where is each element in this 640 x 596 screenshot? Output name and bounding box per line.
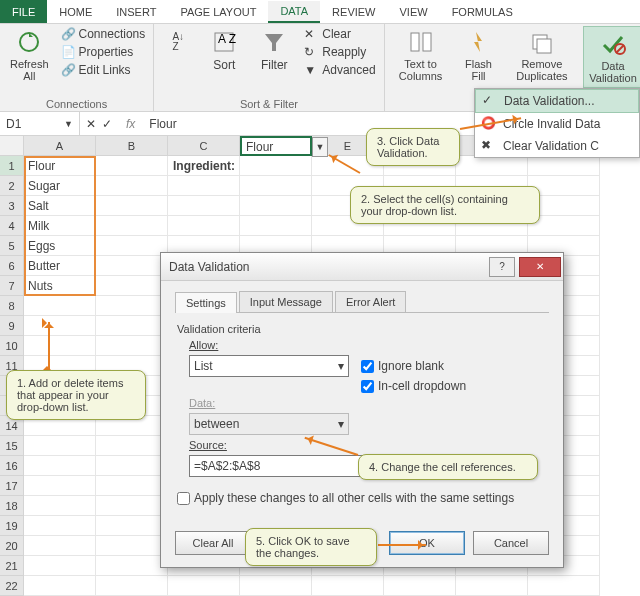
cell[interactable]: [96, 276, 168, 296]
row-header[interactable]: 5: [0, 236, 24, 256]
cell[interactable]: [96, 216, 168, 236]
select-all-corner[interactable]: [0, 136, 24, 155]
remove-duplicates-button[interactable]: Remove Duplicates: [507, 26, 578, 84]
row-header[interactable]: 6: [0, 256, 24, 276]
cell[interactable]: [96, 296, 168, 316]
cell[interactable]: [312, 576, 384, 596]
cell[interactable]: Flour: [24, 156, 96, 176]
row-header[interactable]: 4: [0, 216, 24, 236]
menu-clear-validation[interactable]: ✖Clear Validation C: [475, 135, 639, 157]
cell[interactable]: [96, 436, 168, 456]
tab-home[interactable]: HOME: [47, 2, 104, 22]
row-header[interactable]: 1: [0, 156, 24, 176]
tab-data[interactable]: DATA: [268, 1, 320, 23]
cell[interactable]: Milk: [24, 216, 96, 236]
cell[interactable]: [384, 576, 456, 596]
cell[interactable]: [24, 456, 96, 476]
properties-button[interactable]: 📄Properties: [59, 44, 148, 60]
reapply-button[interactable]: ↻Reapply: [302, 44, 377, 60]
cell[interactable]: [24, 476, 96, 496]
cell[interactable]: [240, 576, 312, 596]
row-header[interactable]: 15: [0, 436, 24, 456]
dialog-tab-error[interactable]: Error Alert: [335, 291, 407, 312]
cell[interactable]: [168, 576, 240, 596]
row-header[interactable]: 3: [0, 196, 24, 216]
in-cell-dropdown-checkbox[interactable]: In-cell dropdown: [361, 379, 466, 393]
row-header[interactable]: 20: [0, 536, 24, 556]
selected-cell-d1[interactable]: Flour ▼: [240, 136, 312, 156]
cell[interactable]: [24, 536, 96, 556]
name-box[interactable]: D1▼: [0, 112, 80, 135]
cell[interactable]: [24, 516, 96, 536]
tab-file[interactable]: FILE: [0, 0, 47, 23]
ignore-blank-checkbox[interactable]: Ignore blank: [361, 359, 444, 373]
formula-value[interactable]: Flour: [143, 117, 182, 131]
data-validation-button[interactable]: Data Validation: [585, 28, 640, 86]
row-header[interactable]: 16: [0, 456, 24, 476]
cell[interactable]: [24, 556, 96, 576]
cell[interactable]: [240, 216, 312, 236]
cell[interactable]: [456, 576, 528, 596]
cancel-button[interactable]: Cancel: [473, 531, 549, 555]
cell[interactable]: [96, 316, 168, 336]
dialog-help-button[interactable]: ?: [489, 257, 515, 277]
advanced-button[interactable]: ▼Advanced: [302, 62, 377, 78]
row-header[interactable]: 2: [0, 176, 24, 196]
sort-az-button[interactable]: A↓Z: [160, 26, 196, 58]
enter-formula-icon[interactable]: ✓: [102, 117, 112, 131]
row-header[interactable]: 18: [0, 496, 24, 516]
col-header-a[interactable]: A: [24, 136, 96, 155]
row-header[interactable]: 21: [0, 556, 24, 576]
cell[interactable]: [96, 496, 168, 516]
cell[interactable]: [24, 576, 96, 596]
cell[interactable]: [96, 576, 168, 596]
sort-button[interactable]: A Z Sort: [202, 26, 246, 74]
row-header[interactable]: 8: [0, 296, 24, 316]
cell[interactable]: [168, 196, 240, 216]
clear-button[interactable]: ✕Clear: [302, 26, 377, 42]
filter-button[interactable]: Filter: [252, 26, 296, 74]
cell[interactable]: [96, 256, 168, 276]
cell[interactable]: [528, 156, 600, 176]
dialog-close-button[interactable]: ✕: [519, 257, 561, 277]
row-header[interactable]: 17: [0, 476, 24, 496]
cell[interactable]: [24, 336, 96, 356]
cell[interactable]: [528, 576, 600, 596]
cell[interactable]: [96, 516, 168, 536]
cell[interactable]: Eggs: [24, 236, 96, 256]
cell[interactable]: [96, 456, 168, 476]
cell[interactable]: [24, 316, 96, 336]
allow-select[interactable]: List▾: [189, 355, 349, 377]
cell[interactable]: [96, 476, 168, 496]
col-header-c[interactable]: C: [168, 136, 240, 155]
refresh-all-button[interactable]: Refresh All: [6, 26, 53, 84]
cell[interactable]: [96, 196, 168, 216]
cell[interactable]: [96, 176, 168, 196]
cell[interactable]: Nuts: [24, 276, 96, 296]
cell[interactable]: [96, 236, 168, 256]
cell[interactable]: [96, 536, 168, 556]
cell[interactable]: [240, 176, 312, 196]
menu-data-validation[interactable]: ✓Data Validation...: [475, 89, 639, 113]
cell[interactable]: [168, 176, 240, 196]
row-header[interactable]: 10: [0, 336, 24, 356]
dialog-titlebar[interactable]: Data Validation ? ✕: [161, 253, 563, 281]
apply-all-checkbox[interactable]: Apply these changes to all other cells w…: [177, 491, 547, 505]
tab-review[interactable]: REVIEW: [320, 2, 387, 22]
cell[interactable]: [24, 496, 96, 516]
cell[interactable]: [24, 436, 96, 456]
text-to-columns-button[interactable]: Text to Columns: [391, 26, 451, 84]
cell[interactable]: [96, 556, 168, 576]
tab-insert[interactable]: INSERT: [104, 2, 168, 22]
cell[interactable]: [240, 196, 312, 216]
row-header[interactable]: 19: [0, 516, 24, 536]
clear-all-button[interactable]: Clear All: [175, 531, 251, 555]
tab-formulas[interactable]: FORMULAS: [440, 2, 525, 22]
cell[interactable]: [96, 156, 168, 176]
flash-fill-button[interactable]: Flash Fill: [457, 26, 501, 84]
cell[interactable]: [96, 336, 168, 356]
cell[interactable]: [24, 296, 96, 316]
cell[interactable]: Butter: [24, 256, 96, 276]
dialog-tab-input[interactable]: Input Message: [239, 291, 333, 312]
cell[interactable]: Ingredient:: [168, 156, 240, 176]
